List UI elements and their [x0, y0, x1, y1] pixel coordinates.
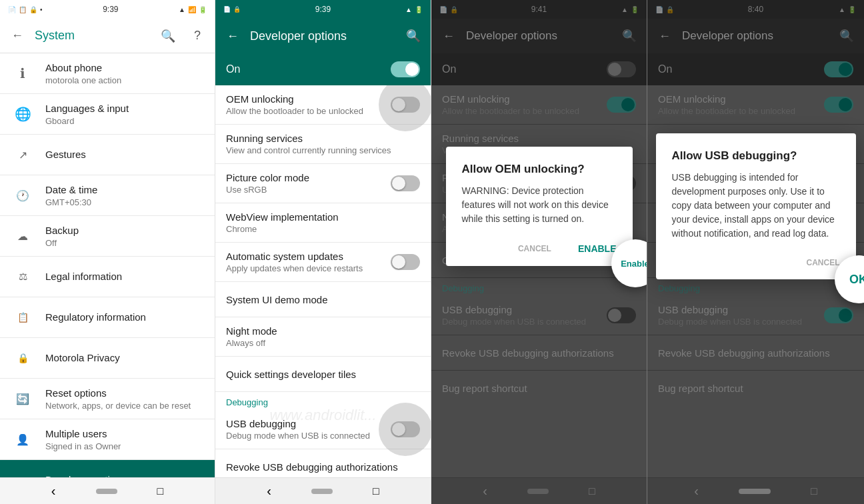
reset-subtitle: Network, apps, or device can be reset	[45, 401, 204, 411]
back-button-mid[interactable]: ←	[221, 24, 245, 48]
usb-subtitle: Debug mode when USB is connected	[226, 431, 391, 441]
status-right-icons: ▲ 📶 🔋	[179, 6, 207, 13]
nav-recents[interactable]: □	[157, 485, 164, 497]
datetime-text: Date & time GMT+05:30	[45, 183, 204, 207]
search-button-left[interactable]: 🔍	[156, 24, 180, 48]
sidebar-item-about[interactable]: ℹ About phone motorola one action	[0, 53, 215, 93]
oem-cancel-button[interactable]: Cancel	[507, 237, 562, 261]
datetime-title: Date & time	[45, 183, 204, 197]
toggle-thumb	[405, 63, 419, 76]
sidebar-item-developer[interactable]: { } Developer options	[0, 460, 215, 477]
appbar-title-left: System	[35, 29, 151, 43]
languages-title: Languages & input	[45, 102, 204, 115]
nav-bar-left: ‹ □	[0, 477, 215, 504]
users-icon: 👤	[11, 427, 35, 451]
dev-on-label-mid: On	[226, 63, 391, 75]
picture-toggle[interactable]	[391, 175, 420, 191]
dev-item-oem[interactable]: OEM unlocking Allow the bootloader to be…	[215, 85, 431, 124]
sidebar-item-datetime[interactable]: 🕐 Date & time GMT+05:30	[0, 175, 215, 215]
sidebar-item-backup[interactable]: ☁ Backup Off	[0, 216, 215, 256]
developer-text: Developer options	[45, 473, 204, 477]
autoupdates-toggle[interactable]	[391, 254, 420, 270]
wifi-icon: ▲	[179, 6, 185, 13]
sidebar-item-languages[interactable]: 🌐 Languages & input Gboard	[0, 94, 215, 134]
usb-dialog-container: Allow USB debugging? USB debugging is in…	[647, 53, 864, 279]
notif-icon-mid: 📄	[223, 6, 231, 13]
nav-home-mid[interactable]	[311, 489, 333, 494]
users-subtitle: Signed in as Owner	[45, 441, 204, 451]
about-icon: ℹ	[11, 61, 35, 85]
regulatory-icon: 📋	[11, 305, 35, 329]
dev-item-webview[interactable]: WebView implementation Chrome	[215, 203, 431, 242]
regulatory-text: Regulatory information	[45, 311, 204, 324]
oem-text: OEM unlocking Allow the bootloader to be…	[226, 93, 391, 116]
reset-icon: 🔄	[11, 387, 35, 411]
reset-title: Reset options	[45, 387, 204, 400]
sidebar-item-reset[interactable]: 🔄 Reset options Network, apps, or device…	[0, 379, 215, 419]
nav-recents-mid[interactable]: □	[373, 485, 379, 497]
sidebar-item-legal[interactable]: ⚖ Legal information	[0, 257, 215, 297]
backup-icon: ☁	[11, 224, 35, 248]
legal-text: Legal information	[45, 270, 204, 283]
running-subtitle: View and control currently running servi…	[226, 145, 420, 155]
oem-dialog-actions: Cancel Enable	[446, 237, 633, 261]
motorola-icon: 🔒	[11, 346, 35, 370]
dev-item-night-mode[interactable]: Night mode Always off	[215, 317, 431, 356]
revoke-title: Revoke USB debugging authorizations	[226, 461, 420, 473]
nightmode-title: Night mode	[226, 325, 420, 337]
dev-item-usb[interactable]: USB debugging Debug mode when USB is con…	[215, 410, 431, 449]
dev-item-running[interactable]: Running services View and control curren…	[215, 125, 431, 163]
picture-title: Picture color mode	[226, 172, 391, 183]
users-title: Multiple users	[45, 427, 204, 441]
gestures-icon: ↗	[11, 143, 35, 167]
oem-dialog-overlay: Allow OEM unlocking? WARNING: Device pro…	[431, 0, 647, 504]
reset-text: Reset options Network, apps, or device c…	[45, 387, 204, 411]
sidebar-item-gestures[interactable]: ↗ Gestures	[0, 135, 215, 175]
datetime-icon: 🕐	[11, 183, 35, 207]
oem-title: OEM unlocking	[226, 93, 391, 105]
dev-item-ui-demo[interactable]: System UI demo mode	[215, 282, 431, 317]
dev-item-qs-tiles[interactable]: Quick settings developer tiles	[215, 357, 431, 391]
appbar-left: ← System 🔍 ?	[0, 19, 215, 53]
running-text: Running services View and control curren…	[226, 133, 420, 155]
dev-on-bar-mid[interactable]: On	[215, 53, 431, 85]
developer-icon: { }	[11, 468, 35, 477]
usb-dialog-title: Allow USB debugging?	[656, 149, 856, 171]
motorola-text: Motorola Privacy	[45, 351, 204, 365]
dev-on-toggle-mid[interactable]	[391, 61, 420, 77]
sidebar-item-motorola[interactable]: 🔒 Motorola Privacy	[0, 338, 215, 378]
oem-dialog: Allow OEM unlocking? WARNING: Device pro…	[446, 147, 633, 266]
usb-text: USB debugging Debug mode when USB is con…	[226, 418, 391, 441]
picture-toggle-thumb	[392, 177, 405, 190]
signal-icon: 📶	[188, 6, 196, 13]
time-left: 9:39	[103, 5, 118, 14]
usb-toggle[interactable]	[391, 421, 420, 437]
search-button-mid[interactable]: 🔍	[401, 24, 425, 48]
sidebar-item-users[interactable]: 👤 Multiple users Signed in as Owner	[0, 419, 215, 459]
back-button-left[interactable]: ←	[5, 24, 29, 48]
nav-back-mid[interactable]: ‹	[267, 483, 271, 499]
help-button-left[interactable]: ?	[185, 24, 209, 48]
autoupdates-subtitle: Apply updates when device restarts	[226, 263, 391, 273]
uidemo-text: System UI demo mode	[226, 294, 420, 305]
dev-item-revoke[interactable]: Revoke USB debugging authorizations	[215, 449, 431, 477]
usb-dialog-overlay: Allow USB debugging? USB debugging is in…	[647, 0, 864, 504]
nav-home[interactable]	[96, 489, 117, 494]
usb-dialog-body: USB debugging is intended for developmen…	[656, 171, 856, 251]
nav-back[interactable]: ‹	[51, 483, 56, 499]
sidebar-item-regulatory[interactable]: 📋 Regulatory information	[0, 297, 215, 337]
appbar-mid: ← Developer options 🔍	[215, 19, 431, 53]
time-mid: 9:39	[315, 5, 331, 14]
battery-icon-mid: 🔋	[415, 6, 423, 13]
dev-item-picture[interactable]: Picture color mode Use sRGB	[215, 164, 431, 203]
dev-item-auto-updates[interactable]: Automatic system updates Apply updates w…	[215, 243, 431, 281]
developer-title: Developer options	[45, 473, 204, 477]
notification-icon: 📄	[8, 6, 16, 13]
right1-panel: 📄 🔒 9:41 ▲ 🔋 ← Developer options 🔍 On OE…	[431, 0, 647, 504]
dev-list-mid: OEM unlocking Allow the bootloader to be…	[215, 85, 431, 477]
right2-panel: 📄 🔒 8:40 ▲ 🔋 ← Developer options 🔍 On OE…	[647, 0, 864, 504]
usb-title: USB debugging	[226, 418, 391, 429]
autoupdates-text: Automatic system updates Apply updates w…	[226, 251, 391, 273]
webview-title: WebView implementation	[226, 211, 420, 223]
oem-toggle[interactable]	[391, 97, 420, 113]
